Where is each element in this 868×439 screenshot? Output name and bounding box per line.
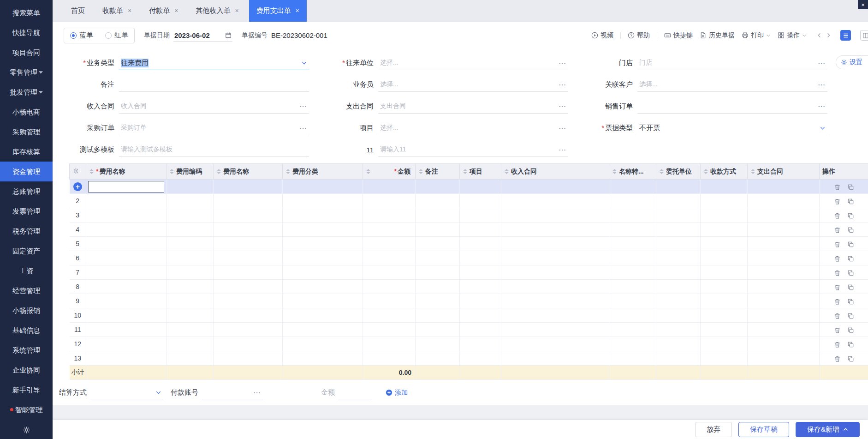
grid-cell[interactable] bbox=[501, 194, 609, 208]
grid-cell[interactable] bbox=[501, 237, 609, 251]
grid-cell[interactable] bbox=[748, 180, 820, 194]
grid-cell[interactable] bbox=[656, 237, 701, 251]
grid-cell[interactable] bbox=[748, 294, 820, 308]
grid-cell[interactable] bbox=[416, 308, 460, 323]
grid-cell[interactable] bbox=[363, 194, 416, 208]
field-input[interactable]: 收入合同··· bbox=[119, 100, 309, 114]
grid-cell[interactable] bbox=[166, 223, 214, 237]
delete-row-icon[interactable] bbox=[834, 212, 841, 219]
grid-cell[interactable] bbox=[460, 294, 501, 308]
grid-cell[interactable] bbox=[609, 337, 656, 351]
copy-row-icon[interactable] bbox=[847, 284, 854, 291]
grid-cell[interactable] bbox=[820, 280, 868, 294]
date-input[interactable]: 2023-06-02 bbox=[173, 30, 232, 42]
payment-account-input[interactable]: ··· bbox=[202, 386, 263, 399]
grid-cell[interactable] bbox=[166, 280, 214, 294]
column-header[interactable]: 项目 bbox=[460, 164, 501, 180]
sidebar-item-20[interactable]: 智能管理 bbox=[0, 400, 53, 420]
grid-cell[interactable] bbox=[748, 337, 820, 351]
grid-cell[interactable]: 10 bbox=[70, 308, 86, 323]
grid-cell[interactable] bbox=[609, 294, 656, 308]
copy-row-icon[interactable] bbox=[847, 313, 854, 319]
grid-cell[interactable] bbox=[748, 323, 820, 337]
sidebar-item-15[interactable]: 小畅报销 bbox=[0, 301, 53, 320]
add-row-button[interactable] bbox=[73, 182, 82, 191]
close-tab-icon[interactable]: × bbox=[128, 7, 131, 14]
grid-cell[interactable] bbox=[214, 194, 283, 208]
column-header[interactable]: *金额 bbox=[363, 164, 416, 180]
sidebar-item-16[interactable]: 基础信息 bbox=[0, 320, 53, 340]
grid-cell[interactable] bbox=[501, 265, 609, 280]
grid-cell[interactable] bbox=[701, 265, 748, 280]
grid-cell[interactable] bbox=[214, 208, 283, 223]
delete-row-icon[interactable] bbox=[834, 270, 841, 277]
column-header[interactable]: 委托单位 bbox=[656, 164, 701, 180]
cell-editor-input[interactable] bbox=[88, 181, 164, 192]
grid-cell[interactable] bbox=[416, 180, 460, 194]
grid-cell[interactable] bbox=[363, 337, 416, 351]
grid-cell[interactable] bbox=[283, 237, 363, 251]
grid-cell[interactable]: 3 bbox=[70, 208, 86, 223]
copy-row-icon[interactable] bbox=[847, 198, 854, 205]
grid-cell[interactable] bbox=[283, 280, 363, 294]
grid-cell[interactable] bbox=[820, 194, 868, 208]
add-payment-line-button[interactable]: 添加 bbox=[386, 389, 408, 397]
grid-cell[interactable]: 12 bbox=[70, 337, 86, 351]
grid-cell[interactable] bbox=[363, 180, 416, 194]
grid-cell[interactable] bbox=[820, 294, 868, 308]
grid-cell[interactable] bbox=[416, 351, 460, 366]
grid-cell[interactable]: 11 bbox=[70, 323, 86, 337]
grid-cell[interactable] bbox=[166, 323, 214, 337]
copy-row-icon[interactable] bbox=[847, 241, 854, 248]
sidebar-item-1[interactable]: 快捷导航 bbox=[0, 23, 53, 42]
grid-cell[interactable] bbox=[363, 208, 416, 223]
copy-row-icon[interactable] bbox=[847, 270, 854, 277]
grid-cell[interactable] bbox=[701, 337, 748, 351]
grid-cell[interactable] bbox=[701, 237, 748, 251]
delete-row-icon[interactable] bbox=[834, 298, 841, 305]
grid-cell[interactable] bbox=[820, 265, 868, 280]
discard-button[interactable]: 放弃 bbox=[695, 422, 732, 437]
grid-cell[interactable] bbox=[283, 251, 363, 265]
grid-cell[interactable] bbox=[363, 280, 416, 294]
red-form-radio[interactable]: 红单 bbox=[99, 31, 134, 40]
picker-ellipsis-icon[interactable]: ··· bbox=[818, 60, 826, 66]
toolbar-action-keyboard[interactable]: 快捷键 bbox=[664, 31, 693, 40]
grid-cell[interactable] bbox=[166, 265, 214, 280]
grid-cell[interactable] bbox=[416, 280, 460, 294]
delete-row-icon[interactable] bbox=[834, 355, 841, 362]
grid-cell[interactable] bbox=[283, 323, 363, 337]
grid-cell[interactable] bbox=[656, 294, 701, 308]
grid-cell[interactable] bbox=[656, 208, 701, 223]
grid-cell[interactable] bbox=[283, 308, 363, 323]
field-input[interactable]: 门店··· bbox=[637, 56, 827, 70]
grid-cell[interactable] bbox=[609, 251, 656, 265]
grid-cell[interactable] bbox=[609, 223, 656, 237]
calendar-icon[interactable] bbox=[225, 32, 232, 38]
field-input[interactable]: 选择...··· bbox=[378, 56, 568, 70]
grid-cell[interactable] bbox=[460, 208, 501, 223]
grid-cell[interactable] bbox=[656, 323, 701, 337]
grid-cell[interactable] bbox=[609, 208, 656, 223]
layout-button[interactable] bbox=[860, 30, 868, 41]
grid-cell[interactable] bbox=[820, 351, 868, 366]
grid-cell[interactable] bbox=[166, 351, 214, 366]
grid-cell[interactable] bbox=[86, 351, 166, 366]
picker-ellipsis-icon[interactable]: ··· bbox=[559, 125, 566, 132]
grid-cell[interactable] bbox=[460, 180, 501, 194]
settings-button[interactable]: 设置 bbox=[836, 55, 868, 69]
grid-cell[interactable] bbox=[701, 323, 748, 337]
sidebar-item-11[interactable]: 税务管理 bbox=[0, 221, 53, 241]
grid-cell[interactable] bbox=[609, 265, 656, 280]
grid-cell[interactable] bbox=[501, 223, 609, 237]
grid-cell[interactable] bbox=[701, 194, 748, 208]
close-tab-icon[interactable]: × bbox=[296, 7, 299, 14]
grid-cell[interactable]: 6 bbox=[70, 251, 86, 265]
grid-cell[interactable] bbox=[214, 351, 283, 366]
grid-cell[interactable] bbox=[701, 294, 748, 308]
grid-cell[interactable] bbox=[501, 308, 609, 323]
grid-cell[interactable] bbox=[416, 237, 460, 251]
grid-cell[interactable] bbox=[460, 323, 501, 337]
copy-row-icon[interactable] bbox=[847, 341, 854, 348]
grid-cell[interactable] bbox=[416, 265, 460, 280]
